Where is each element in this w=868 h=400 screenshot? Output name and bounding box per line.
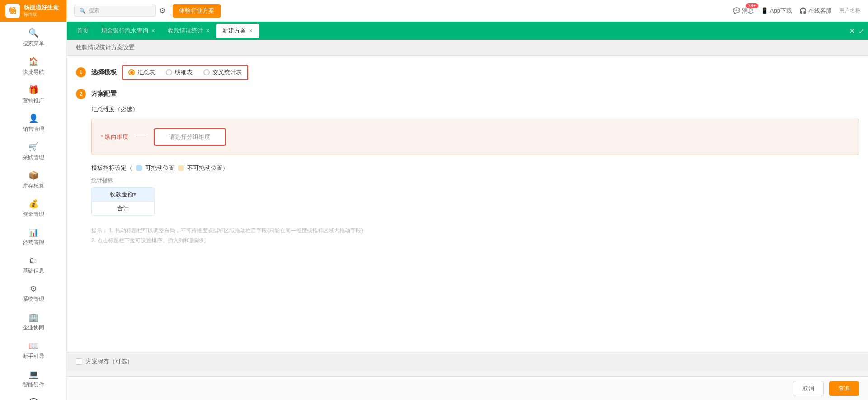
money-icon: 💰 — [28, 199, 38, 209]
sidebar-item-label: 搜索菜单 — [23, 40, 44, 47]
folder-icon: 🗂 — [29, 256, 38, 265]
sidebar-item-sales[interactable]: 👤 销售管理 — [0, 109, 66, 137]
dimension-section-label: 汇总维度（必选） — [91, 105, 859, 113]
bell-icon: 💬 — [733, 7, 740, 14]
search-icon: 🔍 — [28, 28, 38, 38]
gear-icon: ⚙ — [30, 284, 37, 294]
dimension-area: * 纵向维度 —— 请选择分组维度 — [91, 119, 859, 155]
sidebar-item-finance[interactable]: 💰 资金管理 — [0, 194, 66, 223]
dimension-row: * 纵向维度 —— 请选择分组维度 — [101, 128, 849, 146]
metrics-table-header[interactable]: 收款金额 ▾ — [92, 188, 154, 202]
content-area: 收款情况统计方案设置 1 选择模板 汇总表 明细表 — [67, 40, 868, 376]
metrics-table-cell: 合计 — [92, 202, 154, 215]
search-box[interactable]: 🔍 搜索 — [74, 5, 156, 17]
step2-header: 2 方案配置 — [76, 89, 859, 99]
sidebar-item-label: 采购管理 — [23, 154, 44, 161]
cancel-button[interactable]: 取消 — [793, 381, 824, 396]
sidebar-item-label: 营销推广 — [23, 97, 44, 104]
step1-num: 1 — [76, 67, 86, 77]
box-icon: 📦 — [28, 170, 38, 180]
tab-bank-flow-close[interactable]: ✕ — [151, 28, 155, 34]
radio-detail-dot — [166, 69, 172, 75]
sidebar-item-inventory[interactable]: 📦 库存核算 — [0, 166, 66, 194]
sidebar-item-marketing[interactable]: 🎁 营销推广 — [0, 80, 66, 109]
breadcrumb: 收款情况统计方案设置 — [67, 40, 868, 56]
sidebar-item-label: 资金管理 — [23, 211, 44, 218]
sidebar-item-label: 智能硬件 — [23, 381, 44, 389]
query-button[interactable]: 查询 — [829, 381, 859, 396]
tab-receipt-stats-label: 收款情况统计 — [168, 27, 203, 35]
sidebar-item-system[interactable]: ⚙ 系统管理 — [0, 279, 66, 308]
sidebar-item-label: 系统管理 — [23, 296, 44, 303]
laptop-icon: 💻 — [28, 369, 38, 379]
radio-summary[interactable]: 汇总表 — [128, 68, 155, 76]
radio-summary-dot — [128, 69, 135, 75]
sidebar-item-guide[interactable]: 📖 新手引导 — [0, 336, 66, 365]
tab-new-scheme[interactable]: 新建方案 ✕ — [216, 24, 259, 38]
sidebar-item-wechat[interactable]: 💬 企业微信 — [0, 393, 66, 400]
building-icon: 🏢 — [28, 312, 38, 322]
tab-new-scheme-label: 新建方案 — [222, 27, 246, 35]
tab-receipt-stats-close[interactable]: ✕ — [206, 28, 210, 34]
sidebar-item-label: 库存核算 — [23, 182, 44, 190]
sidebar-item-label: 新手引导 — [23, 353, 44, 360]
gift-icon: 🎁 — [28, 85, 38, 95]
draggable-badge — [136, 165, 142, 171]
topbar-right: 💬 消息 99+ 📱 App下载 🎧 在线客服 用户名称 — [733, 7, 861, 15]
stats-label: 统计指标 — [91, 177, 155, 184]
sidebar-item-label: 企业协同 — [23, 324, 44, 332]
industry-button[interactable]: 体验行业方案 — [173, 4, 221, 18]
vertical-dim-label: * 纵向维度 — [101, 133, 128, 141]
tab-expand-icon[interactable]: ⤢ — [859, 27, 864, 35]
dimension-select[interactable]: 请选择分组维度 — [154, 128, 226, 146]
settings-icon[interactable]: ⚙ — [159, 6, 165, 15]
logo-icon: 畅 — [5, 4, 20, 18]
service-icon: 🎧 — [799, 7, 807, 14]
tip-line-2: 2. 点击标题栏下拉可设置排序、插入列和删除列 — [91, 236, 859, 246]
radio-detail-label: 明细表 — [175, 68, 193, 76]
tab-bank-flow[interactable]: 现金银行流水查询 ✕ — [95, 24, 161, 38]
tab-receipt-stats[interactable]: 收款情况统计 ✕ — [161, 24, 216, 38]
tab-home[interactable]: 首页 — [71, 24, 95, 38]
radio-detail[interactable]: 明细表 — [166, 68, 193, 76]
topbar-search: 🔍 搜索 ⚙ — [74, 5, 165, 17]
step1-header: 1 选择模板 汇总表 明细表 交叉统计表 — [76, 65, 859, 80]
notification-button[interactable]: 💬 消息 99+ — [733, 7, 754, 15]
sidebar-item-basic-info[interactable]: 🗂 基础信息 — [0, 251, 66, 279]
user-name: 用户名称 — [839, 7, 861, 14]
person-icon: 👤 — [28, 113, 38, 123]
tab-close-all-icon[interactable]: ✕ — [849, 27, 855, 35]
tip-area: 提示： 1. 拖动标题栏可以调整布局，不可跨维度或指标区域拖动栏目字段(只能在同… — [91, 226, 859, 245]
tab-bank-flow-label: 现金银行流水查询 — [101, 27, 148, 35]
save-scheme-checkbox[interactable] — [76, 358, 82, 365]
template-options: 汇总表 明细表 交叉统计表 — [122, 65, 248, 80]
download-label: App下载 — [770, 7, 792, 15]
step2-title: 方案配置 — [91, 90, 117, 98]
notif-badge: 99+ — [746, 3, 758, 8]
sidebar-item-hardware[interactable]: 💻 智能硬件 — [0, 365, 66, 393]
metrics-config-text: 模板指标设定（ — [91, 164, 132, 172]
metrics-label-row: 模板指标设定（ 可拖动位置 不可拖动位置） — [91, 164, 859, 172]
sidebar-item-enterprise[interactable]: 🏢 企业协同 — [0, 308, 66, 336]
radio-cross-label: 交叉统计表 — [212, 68, 242, 76]
book-icon: 📖 — [28, 341, 38, 351]
metrics-header-text: 收款金额 — [110, 190, 133, 198]
sidebar-item-purchase[interactable]: 🛒 采购管理 — [0, 137, 66, 166]
sidebar-item-operations[interactable]: 📊 经营管理 — [0, 223, 66, 251]
step2-num: 2 — [76, 89, 86, 99]
radio-cross[interactable]: 交叉统计表 — [203, 68, 242, 76]
sidebar-item-label: 基础信息 — [23, 267, 44, 275]
sidebar-item-quick-nav[interactable]: 🏠 快捷导航 — [0, 52, 66, 80]
step1-title: 选择模板 — [91, 68, 117, 76]
dropdown-icon[interactable]: ▾ — [133, 191, 136, 198]
tip-line-1: 提示： 1. 拖动标题栏可以调整布局，不可跨维度或指标区域拖动栏目字段(只能在同… — [91, 226, 859, 236]
tabbar-right: ✕ ⤢ — [849, 27, 864, 35]
search-icon: 🔍 — [79, 8, 86, 14]
online-service-button[interactable]: 🎧 在线客服 — [799, 7, 832, 15]
sidebar-item-search[interactable]: 🔍 搜索菜单 — [0, 24, 66, 52]
chart-icon: 📊 — [28, 227, 38, 237]
tab-new-scheme-close[interactable]: ✕ — [249, 28, 253, 34]
app-download-button[interactable]: 📱 App下载 — [761, 7, 792, 15]
arrow: —— — [136, 134, 146, 140]
footer-section: 方案保存（可选） — [67, 352, 868, 371]
